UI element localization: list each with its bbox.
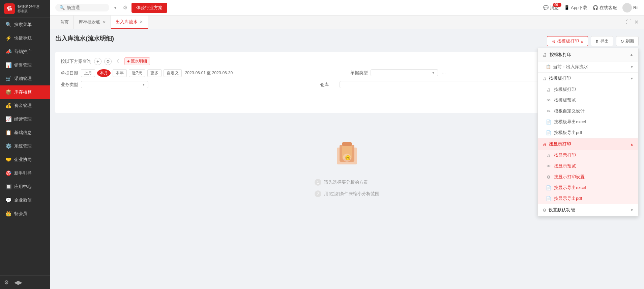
topbar-gear-icon[interactable]: ⚙ — [123, 4, 127, 11]
filter-add-button[interactable]: + — [94, 58, 101, 65]
sidebar-item-apps[interactable]: 🔲 应用中心 — [0, 180, 50, 193]
logo-icon: 畅 — [4, 3, 15, 14]
display-print-item[interactable]: 🖨 按显示打印 — [538, 150, 638, 161]
display-print-icon: 🖨 — [546, 153, 551, 158]
template-preview-label: 按模板预览 — [554, 97, 576, 103]
member-icon: 👑 — [5, 211, 11, 217]
display-print-settings-item[interactable]: ⚙ 按显示打印设置 — [538, 172, 638, 182]
user-avatar[interactable]: Rit — [622, 3, 639, 12]
filter-settings-button[interactable]: ⚙ — [104, 58, 112, 65]
sidebar-item-basic[interactable]: 📋 基础信息 — [0, 126, 50, 139]
sidebar-item-cooperation[interactable]: 🤝 企业协同 — [0, 153, 50, 166]
search-icon: 🔍 — [5, 22, 11, 28]
hint-text-1: 请先选择要分析的方案 — [324, 178, 368, 187]
display-export-pdf-item[interactable]: 📄 按显示导出pdf — [538, 193, 638, 204]
current-template-icon: 📋 — [546, 64, 551, 69]
date-btn-current-year[interactable]: 本年 — [113, 69, 127, 77]
template-custom-label: 模板自定义设计 — [554, 108, 585, 114]
page-title: 出入库流水(流水明细) — [55, 34, 114, 43]
sidebar-item-label: 快捷导航 — [14, 35, 32, 41]
display-export-excel-item[interactable]: 📄 按显示导出excel — [538, 182, 638, 193]
filter-collapse-button[interactable]: 《 — [114, 58, 119, 64]
sidebar-item-search[interactable]: 🔍 搜索菜单 — [0, 18, 50, 31]
tab-batch-close[interactable]: ✕ — [103, 20, 106, 25]
topbar-search-box[interactable]: 🔍 — [55, 4, 109, 11]
filter-bill-type-select[interactable]: ▼ — [371, 69, 438, 76]
sidebar-item-label: 资金管理 — [14, 103, 32, 109]
tab-flow-close[interactable]: ✕ — [140, 20, 143, 24]
operation-icon: 📈 — [5, 116, 11, 122]
sidebar-item-label: 库存核算 — [14, 89, 32, 95]
display-preview-item[interactable]: 👁 按显示预览 — [538, 161, 638, 172]
tab-home[interactable]: 首页 — [55, 16, 74, 29]
filter-business-type-arrow: ▼ — [142, 83, 145, 86]
headset-icon: 🎧 — [593, 5, 598, 10]
main-content: 🔍 ▼ ⚙ 体验行业方案 💬 消息 99+ 📱 App下载 🎧 在线客服 Rit — [50, 0, 644, 289]
topbar-dropdown-arrow[interactable]: ▼ — [113, 5, 117, 10]
display-excel-icon: 📄 — [546, 185, 551, 190]
filter-warehouse-label: 仓库 — [320, 82, 337, 88]
default-settings-title: 设置默认功能 — [549, 207, 575, 213]
export-button[interactable]: ⬆ 导出 — [591, 36, 613, 46]
settings-bottom-icon[interactable]: ⚙ — [4, 279, 9, 286]
template-custom-item[interactable]: ✏ 模板自定义设计 — [538, 106, 638, 116]
hint-text-2: 用[过滤]条件来缩小分析范围 — [324, 189, 379, 198]
sidebar-item-guide[interactable]: 🎯 新手引导 — [0, 166, 50, 180]
tab-close-icon[interactable]: ✕ — [634, 19, 639, 25]
collapse-sidebar-icon[interactable]: ◀▶ — [14, 279, 22, 286]
template-export-excel-item[interactable]: 📄 按模板导出excel — [538, 116, 638, 127]
default-settings-header[interactable]: ⚙ 设置默认功能 ▼ — [538, 204, 638, 216]
template-preview-icon: 👁 — [546, 98, 551, 103]
filter-business-type-select[interactable]: ▼ — [81, 81, 148, 88]
sidebar-item-shortcut[interactable]: ⚡ 快捷导航 — [0, 31, 50, 45]
tab-flow[interactable]: 出入库流水 ✕ — [111, 16, 148, 29]
message-icon: 💬 — [543, 5, 549, 10]
filter-tag-dot — [127, 60, 129, 62]
print-dropdown-collapse-btn[interactable]: ▲ — [630, 52, 634, 57]
print-dropdown-arrow[interactable]: ▲ — [580, 40, 584, 43]
date-btn-current-month[interactable]: 本月 — [97, 69, 111, 77]
date-btn-more[interactable]: 更多 — [147, 69, 162, 77]
refresh-button[interactable]: ↻ 刷新 — [616, 36, 639, 46]
template-print-item[interactable]: 🖨 按模板打印 — [538, 84, 638, 95]
sidebar-item-sales[interactable]: 📊 销售管理 — [0, 58, 50, 72]
sidebar-item-finance[interactable]: 💰 资金管理 — [0, 99, 50, 112]
sidebar-item-label: 应用中心 — [14, 184, 32, 190]
sidebar-item-operation[interactable]: 📈 经营管理 — [0, 112, 50, 126]
template-export-pdf-item[interactable]: 📄 按模板导出pdf — [538, 127, 638, 138]
date-btn-7days[interactable]: 近7天 — [129, 69, 145, 77]
sidebar-item-wechat[interactable]: 💬 企业微信 — [0, 193, 50, 207]
date-btn-last-month[interactable]: 上月 — [81, 69, 95, 77]
avatar-image — [622, 3, 632, 12]
sidebar-item-inventory[interactable]: 📦 库存核算 — [0, 85, 50, 99]
template-pdf-icon: 📄 — [546, 130, 551, 135]
tab-batch[interactable]: 库存批次账 ✕ — [74, 16, 111, 29]
filter-warehouse-item: 仓库 ··· — [320, 81, 573, 88]
search-input[interactable] — [67, 5, 94, 10]
sidebar-item-purchase[interactable]: 🛒 采购管理 — [0, 72, 50, 85]
template-preview-item[interactable]: 👁 按模板预览 — [538, 95, 638, 106]
tab-maximize-icon[interactable]: ⛶ — [626, 19, 632, 25]
industry-solution-button[interactable]: 体验行业方案 — [131, 3, 167, 13]
current-template-label: 当前：出入库流水 — [553, 64, 588, 70]
display-print-section-header[interactable]: 🖨 按显示打印 ▲ — [538, 138, 638, 150]
online-service-button[interactable]: 🎧 在线客服 — [593, 5, 617, 11]
print-dropdown-title: 按模板打印 — [550, 52, 572, 58]
sidebar-item-marketing[interactable]: 📣 营销推广 — [0, 45, 50, 58]
sidebar-item-system[interactable]: ⚙️ 系统管理 — [0, 139, 50, 153]
sidebar-item-member[interactable]: 👑 畅会员 — [0, 207, 50, 220]
refresh-label: 刷新 — [625, 38, 634, 44]
tab-batch-label: 库存批次账 — [79, 19, 100, 25]
filter-bill-type-more[interactable]: ··· — [442, 70, 446, 75]
template-print-section: 🖨 按模板打印 ▼ 🖨 按模板打印 👁 按模板预览 ✏ 模板自定义设计 — [538, 73, 638, 138]
template-print-section-header[interactable]: 🖨 按模板打印 ▼ — [538, 73, 638, 84]
inventory-icon: 📦 — [5, 89, 11, 95]
app-download-button[interactable]: 📱 App下载 — [564, 5, 587, 11]
print-template-button[interactable]: 🖨 按模板打印 ▲ — [547, 36, 588, 46]
message-button[interactable]: 💬 消息 99+ — [543, 5, 559, 11]
logo-title: 畅捷通好生意 — [18, 4, 40, 9]
basic-icon: 📋 — [5, 130, 11, 136]
date-btn-custom[interactable]: 自定义 — [164, 69, 182, 77]
current-template-arrow[interactable]: ▼ — [630, 65, 634, 69]
tab-home-label: 首页 — [60, 19, 69, 25]
